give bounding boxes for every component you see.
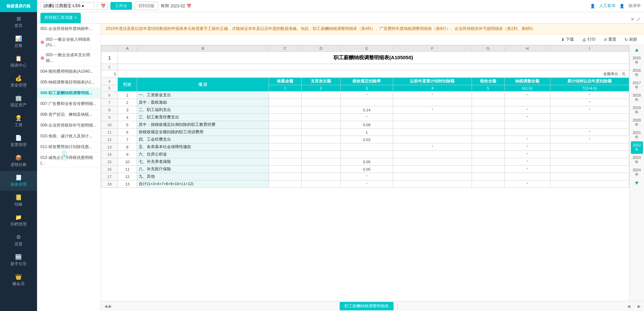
print-icon: 🖨 (582, 37, 586, 42)
year-button[interactable]: 2024年 (631, 166, 643, 179)
sheet-toolbar: ⬇ 下载 🖨 打印 ↺ 重置 ↻ 刷新 (101, 34, 644, 45)
year-button[interactable]: 2018年 (631, 92, 643, 104)
sheet-tab-active[interactable]: 职工薪酬纳税调整明细表 (340, 302, 394, 310)
spreadsheet-container[interactable]: A B C D E F G H I (101, 45, 629, 301)
bottom-tabbar: ◀ ▶ 职工薪酬纳税调整明细表 ⋮ ◀ ▶ (101, 301, 644, 311)
year-button[interactable]: 2017年 (631, 79, 643, 92)
left-panel-item[interactable]: 008-资产折旧、摊销及纳税... (37, 109, 101, 120)
tab-expand-icon[interactable]: ⤢ (637, 16, 641, 22)
support-icon: 👤 (590, 4, 595, 8)
old-version-button[interactable]: 切到旧版 (135, 2, 158, 10)
sidebar-item-工资[interactable]: 👷工资 (0, 111, 37, 131)
calendar-icon-btn[interactable]: 📅 (97, 2, 108, 10)
tab-close[interactable]: ✕ (74, 16, 77, 20)
sidebar-item-归档管理[interactable]: 📁归档管理 (0, 211, 37, 231)
main-content: (勿删) 江西股宝-LSS ▾ 📅 工作台 切到旧版 账期 2023-02 📅 … (37, 0, 644, 311)
reset-button[interactable]: ↺ 重置 (602, 36, 618, 43)
scroll-left-icon[interactable]: ◀ (104, 304, 107, 309)
print-button[interactable]: 🖨 打印 (580, 36, 598, 43)
col-header-6: 纳税调整全额 (504, 78, 550, 85)
app-logo: 畅捷通易代账 (0, 0, 37, 12)
left-panel: 001-企业所得税年度纳税申...⊗002-一般企业收入明细表(A1...⊗00… (37, 24, 101, 311)
year-button[interactable]: 2023年 (631, 154, 643, 166)
col-sub-7: 7(2+4-5) (550, 85, 629, 92)
error-icon: ⊗ (40, 55, 44, 61)
scroll-sheet-left[interactable]: ◀ (627, 304, 630, 309)
year-button[interactable]: 2019年 (631, 104, 643, 116)
sidebar-item-新手引导[interactable]: 🆕新手引导 (0, 250, 37, 270)
table-row: 7 2 其中：股权激励 * (101, 99, 629, 106)
sidebar-item-结账[interactable]: 📒结账 (0, 191, 37, 211)
year-button[interactable]: 2020年 (631, 116, 643, 129)
sidebar-item-总账[interactable]: 📊总账 (0, 32, 37, 52)
period-selector[interactable]: 账期 2023-02 📅 (161, 3, 192, 9)
reset-icon: ↺ (604, 37, 607, 42)
year-button[interactable]: 2016年 (631, 67, 643, 79)
refresh-button[interactable]: ↻ 刷新 (622, 36, 639, 43)
left-panel-item[interactable]: 005-纳税调整项目明细表(A1... (37, 77, 101, 88)
table-row: 16 11 八、补充医疗保险 0.05 * (101, 166, 629, 173)
left-panel-item[interactable]: 004-期间费用明细表(A1040... (37, 66, 101, 77)
table-row: 14 9 六、住房公积金 * (101, 151, 629, 158)
col-header-5: 税收全额 (472, 78, 504, 85)
year-down-button[interactable]: ▼ (633, 179, 641, 187)
sidebar-item-发票管理[interactable]: 📄发票管理 (0, 131, 37, 151)
col-sub-4: 4 (393, 85, 472, 92)
year-button[interactable]: 2022年 (631, 141, 643, 154)
table-row: 15 10 七、补充养老保险 0.05 * (101, 158, 629, 166)
scroll-sheet-right[interactable]: ▶ (638, 304, 641, 309)
sidebar-item-进销台账[interactable]: 📦进销台账 (0, 151, 37, 171)
tab-所得税汇算清缴[interactable]: 所得税汇算清缴✕ (40, 13, 81, 23)
sheet-menu-icon[interactable]: ⋮ (396, 304, 400, 309)
tab-close-icon[interactable]: ✕ (631, 16, 635, 22)
table-row: 13 8 五、各类基本社会保障性缴款 * * (101, 143, 629, 151)
unit-label: 金额单位：元 (118, 70, 629, 78)
left-panel-item[interactable]: ⊗003-一般企业成本支出明细... (37, 50, 101, 66)
table-row: 18 13 合计(1+3+4+7+8+9+10+11+12) * * (101, 180, 629, 188)
table-row: 12 7 四、工会经费支出 0.02 * * (101, 136, 629, 143)
sidebar-item-首页[interactable]: ⊞首页 (0, 12, 37, 32)
table-row: 10 5 其中：按税收规定比例扣除的职工教育经费 0.08 (101, 121, 629, 129)
col-header-3: 税收规定扣除率 (341, 78, 393, 85)
year-button[interactable]: 2015年 (631, 54, 643, 67)
left-panel-item[interactable]: 010-免税、减计收入及加计... (37, 131, 101, 142)
table-row: 9 4 三、职工教育经费支出 * * (101, 114, 629, 121)
warning-banner: 2019年度涉及取以前年度结转数据的申报表单元格需要手工操作正确，才能保证本年及… (101, 24, 644, 34)
left-panel-item[interactable]: 006-职工薪酬纳税调整明细... (37, 88, 101, 99)
col-header-1: 账载金额 (269, 78, 302, 85)
table-row: 17 12 九、其他 * (101, 173, 629, 180)
support-button[interactable]: 人工客询 (599, 3, 615, 9)
workspace-button[interactable]: 工作台 (110, 2, 132, 10)
sidebar-item-税务管理[interactable]: 🧾税务管理 (0, 171, 37, 191)
refresh-icon: ↻ (624, 37, 628, 42)
download-icon: ⬇ (561, 37, 565, 42)
col-sub-1: 1 (269, 85, 302, 92)
chevron-down-icon: ▾ (82, 4, 84, 8)
sidebar-item-畅会员[interactable]: 👑畅会员 (0, 270, 37, 290)
table-row: 6 1 一、工资薪金支出 * * * * (101, 92, 629, 99)
sidebar-item-设置[interactable]: ⚙设置 (0, 231, 37, 250)
col-header-4: 以前年度累计结转扣除额 (393, 78, 472, 85)
left-panel-item[interactable]: 007-广告费和业务宣传费明细... (37, 99, 101, 109)
sidebar-item-固定资产[interactable]: 🏢固定资产 (0, 92, 37, 111)
left-panel-item[interactable]: 011-研发费用加计扣除优惠... (37, 142, 101, 152)
download-button[interactable]: ⬇ 下载 (559, 36, 576, 43)
year-up-button[interactable]: ▲ (633, 46, 641, 54)
left-panel-item[interactable]: 009-企业所得税弥补亏损明细... (37, 120, 101, 131)
sidebar: 畅捷通易代账 ⊞首页📊总账📋报表中心💰资金管理🏢固定资产👷工资📄发票管理📦进销台… (0, 0, 37, 311)
scroll-right-icon[interactable]: ▶ (109, 304, 112, 309)
company-selector[interactable]: (勿删) 江西股宝-LSS ▾ (40, 2, 94, 10)
sidebar-item-报表中心[interactable]: 📋报表中心 (0, 52, 37, 72)
left-panel-item[interactable]: ⊗002-一般企业收入明细表(A1... (37, 34, 101, 50)
error-icon: ⊗ (40, 39, 44, 45)
left-panel-item[interactable]: 012-减免企业所得税优惠明细(... (37, 152, 101, 168)
user-name: 徐泽华 (629, 3, 641, 9)
sidebar-item-资金管理[interactable]: 💰资金管理 (0, 72, 37, 92)
left-panel-item[interactable]: 001-企业所得税年度纳税申... (37, 24, 101, 34)
collapse-panel-button[interactable]: « (62, 151, 67, 161)
col-header-item: 项 目 (137, 78, 269, 92)
year-button[interactable]: 2021年 (631, 129, 643, 141)
col-sub-2: 2 (301, 85, 340, 92)
col-header-rownum: 行次 (118, 78, 137, 92)
tabbar: 首页工资表✕工资统计报表✕发票✕发票测算✕发票开具✕进销稽核✕进销台账✕税表清册… (37, 12, 644, 24)
